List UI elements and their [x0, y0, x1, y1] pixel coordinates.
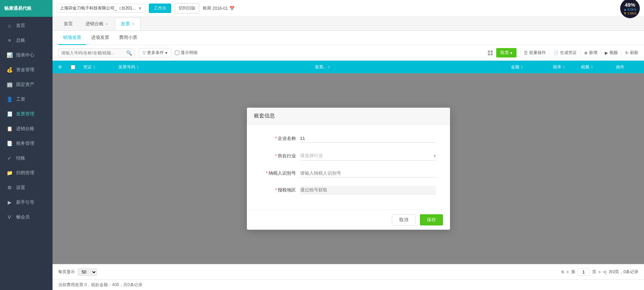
form-row-tax-id: *纳税人识别号 — [261, 169, 436, 177]
save-button[interactable]: 保存 — [420, 214, 443, 225]
required-mark-4: * — [275, 187, 277, 193]
top-bar-right: 49% ▲ 8.5K/s ▼ 2.6K/s — [620, 0, 640, 18]
calendar-icon[interactable]: 📅 — [229, 6, 235, 11]
modal-footer: 取消 保存 — [247, 210, 450, 230]
sort-icon-invoice[interactable]: ↕ — [137, 65, 139, 69]
grid-view-icon[interactable] — [488, 50, 493, 55]
tab-close-invoice[interactable]: × — [132, 22, 134, 26]
select-dropdown-icon: ▾ — [434, 153, 436, 159]
last-page-button[interactable]: >| — [603, 270, 607, 275]
sidebar-label-settings: 设置 — [16, 184, 25, 191]
sidebar-label-finance: 资金管理 — [16, 67, 34, 73]
sidebar-icon-settings: ⚙ — [6, 185, 13, 190]
form-row-tax-region: *报税地区 — [261, 186, 436, 194]
refresh-button[interactable]: ↻ 刷新 — [625, 50, 638, 56]
toolbar-divider-3 — [580, 50, 581, 56]
search-input[interactable] — [61, 50, 124, 55]
sidebar-item-home[interactable]: ⌂首页 — [0, 18, 53, 33]
sidebar-icon-assets: 🏢 — [6, 82, 13, 87]
sidebar-icon-salary: 👤 — [6, 96, 13, 102]
sidebar-item-assets[interactable]: 🏢固定资产 — [0, 77, 53, 92]
sidebar-nav: ⌂首页≡总账📊报表中心💰资金管理🏢固定资产👤工资🧾发票管理📋进销台账📑税务管理✓… — [0, 17, 53, 290]
old-version-button[interactable]: 切到旧版 — [175, 3, 199, 13]
filter-button[interactable]: ▽ 更多条件 ▾ — [139, 48, 171, 58]
sidebar-item-settings[interactable]: ⚙设置 — [0, 180, 53, 195]
per-page-select[interactable]: 50 100 200 — [78, 268, 97, 276]
th-tax-amount: 税额 ↕ — [578, 64, 613, 70]
sidebar-label-guide: 新手引导 — [16, 199, 34, 205]
sidebar-item-finance[interactable]: 💰资金管理 — [0, 62, 53, 77]
select-industry[interactable]: 请选择行业 ▾ — [300, 151, 436, 161]
toolbar-divider-5 — [621, 50, 622, 56]
th-settings[interactable]: ⚙ — [55, 65, 68, 69]
page-number-input[interactable] — [577, 269, 590, 276]
sidebar-label-purchase: 进销台账 — [16, 126, 34, 132]
toolbar-divider-1 — [520, 50, 520, 56]
tab-label-invoice: 发票 — [121, 21, 130, 26]
network-speeds: ▲ 8.5K/s ▼ 2.6K/s — [624, 8, 637, 15]
label-industry: *所在行业 — [261, 153, 296, 159]
sidebar-label-settlement: 结账 — [16, 155, 25, 161]
status-bar: 当前费用发票 0，税款金额：400，共0条记录 — [53, 279, 644, 290]
sidebar-item-purchase[interactable]: 📋进销台账 — [0, 121, 53, 136]
required-mark-1: * — [275, 136, 277, 141]
toolbar-divider-4 — [601, 50, 601, 56]
tab-home[interactable]: 首页 — [58, 18, 78, 30]
sidebar: 畅康通易代账 ⌂首页≡总账📊报表中心💰资金管理🏢固定资产👤工资🧾发票管理📋进销台… — [0, 0, 53, 290]
tab-close-purchase-ledger[interactable]: × — [106, 22, 108, 26]
sidebar-item-ledger[interactable]: ≡总账 — [0, 33, 53, 48]
input-company-name[interactable] — [300, 134, 436, 143]
sidebar-icon-purchase: 📋 — [6, 126, 13, 131]
sort-icon-voucher[interactable]: ↕ — [93, 65, 95, 69]
sidebar-item-reports[interactable]: 📊报表中心 — [0, 48, 53, 62]
network-status: 49% ▲ 8.5K/s ▼ 2.6K/s — [620, 0, 640, 18]
new-button[interactable]: ⊕ 新增 — [584, 50, 597, 56]
sidebar-item-member[interactable]: V畅会员 — [0, 210, 53, 224]
input-tax-id[interactable] — [300, 169, 436, 177]
sort-icon-amount[interactable]: ↕ — [521, 65, 523, 69]
company-selector[interactable]: 上海卯金刀电子科技有限公司_（台201... ▼ — [57, 4, 145, 13]
tab-invoice[interactable]: 发票× — [115, 18, 140, 30]
sidebar-label-reports: 报表中心 — [16, 52, 34, 58]
subtab-expense-note[interactable]: 费用小票 — [114, 31, 142, 45]
subtab-purchase-invoice[interactable]: 进项发票 — [86, 31, 114, 45]
th-checkbox[interactable] — [68, 65, 81, 69]
modal-overlay: 账套信息 *企业名称 *所在行业 — [53, 73, 644, 264]
generate-voucher-button[interactable]: 📄 生成凭证 — [553, 50, 577, 56]
tab-purchase-ledger[interactable]: 进销台账× — [80, 18, 113, 30]
next-page-button[interactable]: > — [598, 270, 601, 275]
page-info: K < 第 页 > >| 共0页，0条记录 — [561, 269, 638, 276]
th-invoice-number: 发票号码 ↕ — [116, 64, 312, 70]
pagination-bar: 每页显示 50 100 200 K < 第 页 > >| 共0页，0条记录 — [53, 264, 644, 279]
label-company-name: *企业名称 — [261, 135, 296, 142]
th-amount: 金额 ↕ — [508, 64, 550, 70]
label-tax-region: *报税地区 — [261, 187, 296, 193]
input-tax-region — [300, 186, 436, 194]
show-detail-checkbox[interactable] — [175, 50, 179, 55]
period-label: 账期 — [203, 5, 211, 11]
search-icon[interactable]: 🔍 — [126, 50, 132, 56]
sidebar-item-invoice[interactable]: 🧾发票管理 — [0, 107, 53, 121]
batch-ops-button[interactable]: ☰ 批量操作 — [524, 50, 546, 56]
sidebar-item-salary[interactable]: 👤工资 — [0, 92, 53, 107]
sidebar-item-tax[interactable]: 📑税务管理 — [0, 136, 53, 151]
first-page-button[interactable]: K — [561, 270, 564, 275]
sidebar-item-settlement[interactable]: ✓结账 — [0, 151, 53, 166]
ticket-button[interactable]: 取票 ▾ — [496, 48, 517, 58]
period-value: 2016-01 — [213, 6, 228, 11]
tab-label-home: 首页 — [64, 21, 73, 26]
subtab-sales-invoice[interactable]: 销项发票 — [58, 31, 86, 45]
sidebar-icon-archive: 📁 — [6, 170, 13, 176]
sort-icon-rate[interactable]: ↕ — [563, 65, 565, 69]
video-button[interactable]: ▶ 视频 — [605, 50, 618, 56]
toolbar-divider-2 — [549, 50, 550, 56]
workbench-button[interactable]: 工作台 — [149, 4, 171, 13]
top-bar: 上海卯金刀电子科技有限公司_（台201... ▼ 工作台 切到旧版 账期 201… — [53, 0, 644, 17]
sidebar-item-archive[interactable]: 📁归档管理 — [0, 166, 53, 180]
cancel-button[interactable]: 取消 — [392, 214, 416, 225]
prev-page-button[interactable]: < — [566, 270, 569, 275]
sidebar-item-guide[interactable]: ▶新手引导 — [0, 195, 53, 210]
sort-icon-tax[interactable]: ↕ — [591, 65, 593, 69]
tab-bar: 首页进销台账×发票× — [53, 17, 644, 31]
sort-icon-type[interactable]: ↕ — [328, 65, 330, 69]
